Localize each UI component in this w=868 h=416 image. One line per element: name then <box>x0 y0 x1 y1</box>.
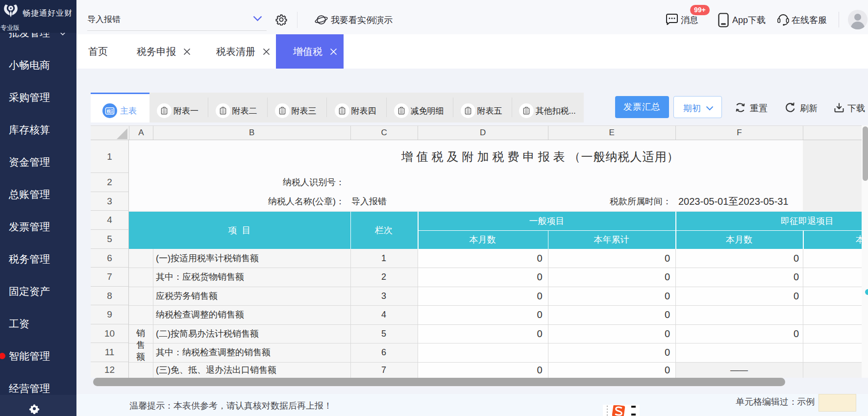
svg-text:税: 税 <box>106 109 111 114</box>
